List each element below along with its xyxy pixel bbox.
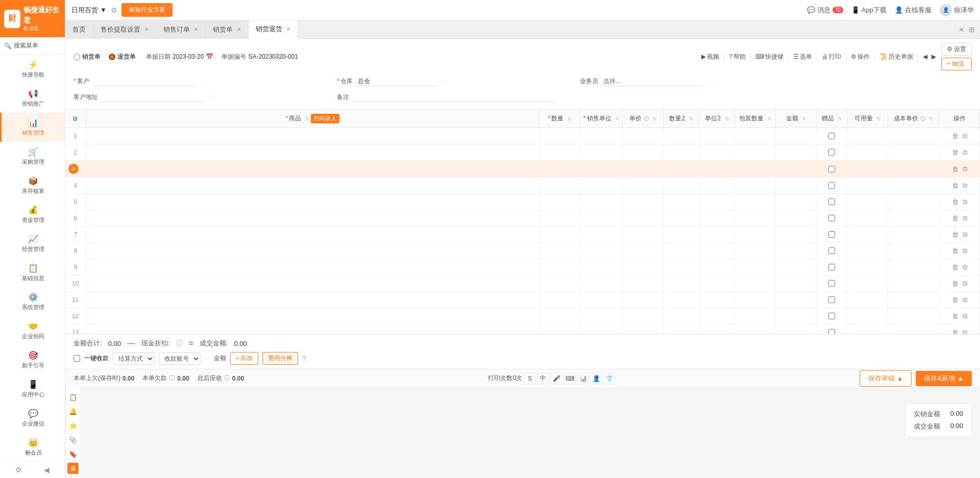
product-cell-1[interactable]: [86, 128, 539, 144]
gift-cb-11[interactable]: [820, 296, 844, 303]
sidebar-item-wechat[interactable]: 💬 企业微信: [0, 404, 65, 433]
qty-sort-icon[interactable]: ⇅: [567, 116, 571, 121]
unit2-cell-3[interactable]: [699, 161, 735, 178]
right-tool-attachment[interactable]: 📎: [67, 434, 79, 445]
category-select[interactable]: 日用百货 ▼: [71, 6, 107, 15]
tab-sales-delivery-close[interactable]: ✕: [237, 27, 241, 32]
sidebar-item-apps[interactable]: 📱 应用中心: [0, 374, 65, 404]
delete-row-3[interactable]: 🗑: [952, 165, 959, 173]
qty-input-1[interactable]: [543, 133, 577, 140]
warehouse-dots[interactable]: ···: [443, 78, 448, 85]
unit2-sort-icon[interactable]: ⇅: [725, 116, 729, 121]
sidebar-item-member[interactable]: 👑 畅会员: [0, 433, 65, 461]
copy-6[interactable]: ⧉: [963, 214, 967, 222]
right-tool-bookmark[interactable]: 🔖: [67, 448, 79, 460]
product-cell-2[interactable]: [86, 144, 539, 161]
avail-sort-icon[interactable]: ⇅: [876, 116, 880, 121]
right-tool-star[interactable]: ⭐: [67, 420, 79, 431]
gift-cb-4[interactable]: [820, 182, 844, 189]
price-sort-icon[interactable]: ⇅: [652, 116, 656, 121]
copy-13[interactable]: ⧉: [963, 329, 967, 335]
qty-cell-2[interactable]: [539, 144, 580, 161]
gift-cb-12[interactable]: [820, 313, 844, 319]
cost-input-1[interactable]: [891, 133, 936, 140]
gift-sort-icon[interactable]: ⇅: [838, 116, 842, 121]
copy-8[interactable]: ⧉: [963, 247, 967, 255]
status-icon-person[interactable]: 👤: [591, 373, 602, 384]
amount-cell-1[interactable]: [776, 128, 817, 144]
qty-cell-1[interactable]: [539, 128, 580, 144]
price-cell-2[interactable]: [623, 144, 664, 161]
sidebar-item-operations[interactable]: 📈 经营管理: [0, 229, 65, 258]
unit-cell-2[interactable]: [580, 144, 622, 161]
select-btn[interactable]: ☰ 选单: [793, 53, 812, 61]
available-cell-3[interactable]: [847, 161, 888, 178]
gift-checkbox-2[interactable]: [820, 149, 844, 156]
address-dots[interactable]: ···: [208, 94, 213, 101]
app-download-btn[interactable]: 📱 App下载: [851, 6, 887, 15]
tab-sales-order-close[interactable]: ✕: [194, 27, 198, 32]
product-input-2[interactable]: [89, 149, 536, 156]
tab-price-settings-close[interactable]: ✕: [144, 27, 149, 32]
operation-btn[interactable]: ⚙ 操作: [851, 53, 870, 61]
sidebar-item-sales[interactable]: 📊 销售管理: [0, 113, 65, 142]
sidebar-item-system[interactable]: ⚙️ 系统管理: [0, 287, 65, 316]
prev-btn[interactable]: ◀: [923, 53, 927, 60]
unit-cell-1[interactable]: [580, 128, 622, 144]
remark-input[interactable]: [352, 92, 556, 102]
sidebar-item-shortcuts[interactable]: ⚡ 快捷导航: [0, 55, 65, 84]
fee-split-btn[interactable]: 费用分摊: [262, 352, 298, 365]
close-all-icon[interactable]: ✕: [959, 26, 965, 34]
qty2-input-1[interactable]: [667, 133, 696, 140]
topbar-gear-icon[interactable]: ⚙: [111, 6, 117, 14]
next-btn[interactable]: ▶: [932, 53, 936, 60]
warehouse-input[interactable]: [356, 77, 437, 86]
amount-cell-3[interactable]: [776, 161, 817, 178]
tab-home[interactable]: 首页: [65, 20, 93, 39]
del-10[interactable]: 🗑: [952, 280, 959, 287]
calendar-icon[interactable]: 📅: [206, 53, 213, 60]
add-payment-btn[interactable]: + 添加: [230, 352, 258, 365]
gift-cb-6[interactable]: [820, 215, 844, 221]
type-return-option[interactable]: 退货单: [109, 53, 136, 61]
sidebar-item-enterprise[interactable]: 🤝 企业协同: [0, 316, 65, 345]
gear-header-icon[interactable]: ⚙: [72, 115, 78, 122]
add-row-btn[interactable]: +: [68, 164, 79, 174]
status-icon-keyboard[interactable]: ⌨: [564, 373, 575, 384]
video-btn[interactable]: ▶ 视频: [701, 53, 719, 61]
tab-sales-delivery[interactable]: 销货单 ✕: [206, 20, 249, 39]
save-draft-btn[interactable]: 保存草稿 ▲: [860, 370, 912, 387]
collapse-icon[interactable]: ◀: [44, 466, 50, 474]
sidebar-item-newbie[interactable]: 🎯 新手引导: [0, 345, 65, 374]
right-tool-bell[interactable]: 🔔: [67, 406, 79, 417]
tab-sales-order[interactable]: 销售订单 ✕: [156, 20, 206, 39]
product-input-3[interactable]: [89, 165, 536, 172]
qty2-sort-icon[interactable]: ⇅: [689, 116, 693, 121]
gift-cb-13[interactable]: [820, 329, 844, 334]
right-tool-active[interactable]: 🖥: [67, 463, 79, 474]
pkg-cell-2[interactable]: [735, 144, 776, 161]
gift-cb-10[interactable]: [820, 280, 844, 287]
copy-11[interactable]: ⧉: [963, 296, 967, 304]
gift-cb-8[interactable]: [820, 247, 844, 254]
product-input-1[interactable]: [89, 133, 536, 140]
account-dots[interactable]: ···: [205, 355, 210, 362]
one-click-payment-checkbox[interactable]: [74, 355, 80, 362]
del-13[interactable]: 🗑: [952, 329, 959, 334]
sidebar-item-marketing[interactable]: 📢 营销推广: [0, 84, 65, 113]
doc-date-value[interactable]: 2023-03-20: [173, 53, 204, 60]
right-tool-notes[interactable]: 📋: [67, 391, 79, 402]
customer-input[interactable]: [92, 77, 194, 86]
search-menu[interactable]: 🔍 搜索菜单: [0, 37, 65, 55]
customer-dots[interactable]: ···: [200, 78, 205, 85]
cost-cell-1[interactable]: [888, 128, 939, 144]
address-input[interactable]: [101, 92, 203, 102]
del-11[interactable]: 🗑: [952, 296, 959, 304]
unit2-cell-2[interactable]: [699, 144, 735, 161]
history-btn[interactable]: 📜 历史单据: [880, 53, 913, 61]
cost-sort-icon[interactable]: ⇅: [929, 116, 933, 121]
settings-btn[interactable]: ⚙ 设置: [941, 43, 972, 56]
salesperson-input[interactable]: [601, 77, 703, 86]
gift-cb-9[interactable]: [820, 264, 844, 270]
copy-9[interactable]: ⧉: [963, 263, 967, 271]
